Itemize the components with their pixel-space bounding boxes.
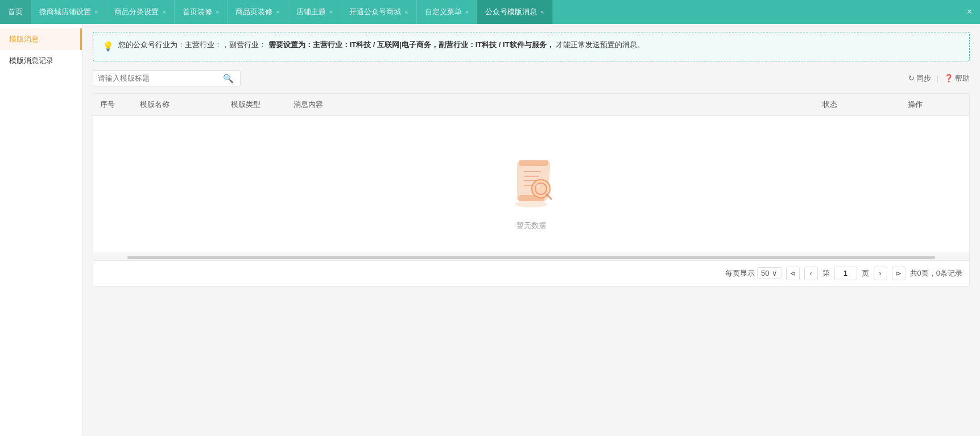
empty-illustration [500,150,563,213]
page-size-label: 每页显示 [725,268,755,279]
prev-page-button[interactable]: ‹ [804,267,818,280]
notice-highlight: 需要设置为：主营行业：IT科技 / 互联网|电子商务，副营行业：IT科技 / I… [268,40,554,49]
horizontal-scrollbar[interactable] [93,254,969,260]
first-page-button[interactable]: ⊲ [786,267,800,280]
main-content: 💡 您的公众号行业为：主营行业：，副营行业： 需要设置为：主营行业：IT科技 /… [82,24,980,436]
nav-tab-template-msg-label: 公众号模版消息 [485,7,537,17]
nav-tab-store-settings-label: 微商城店铺设置 [39,7,91,17]
sync-icon: ↻ [908,74,915,82]
nav-tab-home-decoration-label: 首页装修 [183,7,212,17]
col-name: 模版名称 [133,94,224,115]
sync-label: 同步 [916,73,931,84]
last-page-button[interactable]: ⊳ [892,267,905,280]
search-actions: ↻ 同步 | ❓ 帮助 [908,73,970,84]
page-size-dropdown[interactable]: 50 ∨ [757,267,781,279]
svg-point-8 [536,184,540,188]
empty-text: 暂无数据 [516,221,546,231]
notice-text: 您的公众号行业为：主营行业：，副营行业： 需要设置为：主营行业：IT科技 / 互… [118,39,644,51]
search-input[interactable] [98,74,223,82]
help-button[interactable]: ❓ 帮助 [944,73,970,84]
nav-tab-custom-menu-label: 自定义菜单 [425,7,462,17]
nav-tab-category-settings-label: 商品分类设置 [114,7,159,17]
close-open-mall-icon[interactable]: × [404,9,408,15]
nav-tab-custom-menu[interactable]: 自定义菜单 × [417,0,477,24]
next-page-button[interactable]: › [874,267,887,280]
nav-tab-store-theme-label: 店铺主题 [296,7,326,17]
close-template-msg-icon[interactable]: × [540,9,544,15]
pagination: 每页显示 50 ∨ ⊲ ‹ 第 页 › ⊳ 共0页，0条记录 [93,260,969,286]
page-number-input[interactable] [834,267,857,280]
nav-tab-home-label: 首页 [8,7,23,17]
main-layout: 模版消息 模版消息记录 💡 您的公众号行业为：主营行业：，副营行业： 需要设置为… [0,24,980,436]
page-label: 第 [822,268,830,279]
help-icon: ❓ [944,74,953,82]
action-divider: | [937,74,938,82]
chevron-down-icon: ∨ [772,269,778,277]
notice-suffix: 才能正常发送预置的消息。 [556,40,644,49]
close-all-tabs-button[interactable]: × [959,7,980,17]
data-table: 序号 模版名称 模版类型 消息内容 状态 操作 [93,93,970,286]
nav-tab-home-decoration[interactable]: 首页装修 × [175,0,228,24]
search-input-wrap[interactable]: 🔍 [93,70,241,86]
col-index: 序号 [93,94,133,115]
page-size-value: 50 [761,269,769,277]
col-content: 消息内容 [287,94,816,115]
page-suffix: 页 [862,268,869,279]
nav-tab-home[interactable]: 首页 [0,0,31,24]
page-size-select: 每页显示 50 ∨ [725,267,781,279]
nav-tab-open-mall-label: 开通公众号商城 [349,7,401,17]
top-nav: 首页 微商城店铺设置 × 商品分类设置 × 首页装修 × 商品页装修 × 店铺主… [0,0,980,24]
notice-prefix: 您的公众号行业为：主营行业：，副营行业： [118,40,266,49]
col-status: 状态 [816,94,901,115]
close-product-decoration-icon[interactable]: × [276,9,279,15]
close-custom-menu-icon[interactable]: × [465,9,469,15]
nav-tab-template-msg[interactable]: 公众号模版消息 × [477,0,552,24]
sync-button[interactable]: ↻ 同步 [908,73,931,84]
close-store-settings-icon[interactable]: × [94,9,98,15]
sidebar-item-template-msg-label: 模版消息 [9,35,39,43]
col-type: 模版类型 [224,94,287,115]
notice-banner: 💡 您的公众号行业为：主营行业：，副营行业： 需要设置为：主营行业：IT科技 /… [93,32,970,61]
scroll-track [127,256,935,259]
search-bar: 🔍 ↻ 同步 | ❓ 帮助 [93,70,970,86]
sidebar-item-template-msg-record-label: 模版消息记录 [9,56,53,65]
notice-bulb-icon: 💡 [102,39,114,54]
col-action: 操作 [901,94,969,115]
svg-point-0 [515,201,547,207]
nav-tab-category-settings[interactable]: 商品分类设置 × [106,0,174,24]
page-total: 共0页，0条记录 [910,268,962,279]
nav-tab-store-settings[interactable]: 微商城店铺设置 × [31,0,106,24]
nav-tab-product-decoration-label: 商品页装修 [235,7,272,17]
close-store-theme-icon[interactable]: × [329,9,333,15]
close-category-settings-icon[interactable]: × [162,9,166,15]
nav-tab-open-mall[interactable]: 开通公众号商城 × [341,0,416,24]
help-label: 帮助 [955,73,970,84]
table-header: 序号 模版名称 模版类型 消息内容 状态 操作 [93,94,969,116]
nav-tab-product-decoration[interactable]: 商品页装修 × [228,0,288,24]
search-icon[interactable]: 🔍 [223,73,234,84]
empty-state: 暂无数据 [93,116,969,254]
nav-tab-store-theme[interactable]: 店铺主题 × [288,0,341,24]
sidebar-item-template-msg[interactable]: 模版消息 [0,28,82,50]
sidebar-item-template-msg-record[interactable]: 模版消息记录 [0,50,82,72]
close-home-decoration-icon[interactable]: × [216,9,219,15]
sidebar: 模版消息 模版消息记录 [0,24,82,436]
